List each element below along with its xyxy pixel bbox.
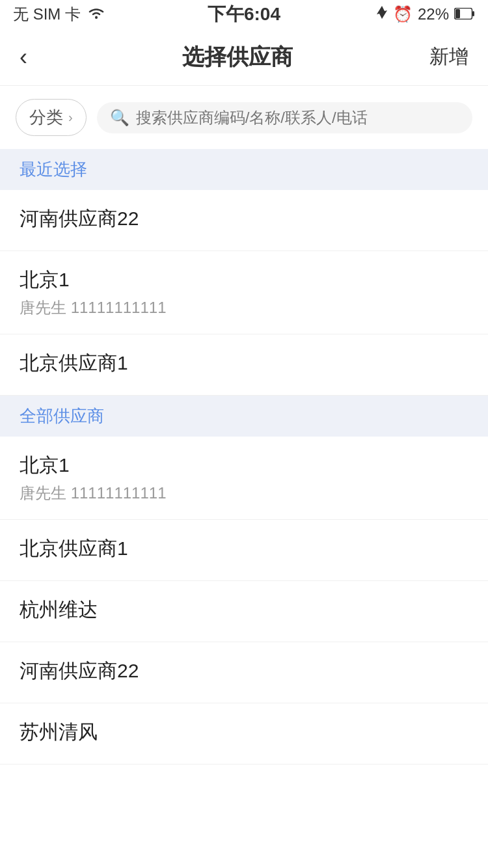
list-item[interactable]: 河南供应商22: [0, 190, 488, 251]
item-name: 北京供应商1: [20, 350, 468, 377]
back-button[interactable]: ‹: [20, 44, 59, 71]
list-item[interactable]: 北京1唐先生 11111111111: [0, 437, 488, 520]
item-name: 北京供应商1: [20, 536, 468, 562]
filter-row: 分类 › 🔍: [0, 86, 488, 149]
list-item[interactable]: 杭州维达: [0, 581, 488, 642]
list-item[interactable]: 苏州清风: [0, 703, 488, 765]
status-right: ⏰ 22%: [376, 5, 475, 23]
list-item[interactable]: 北京供应商1: [0, 520, 488, 581]
status-bar: 无 SIM 卡 下午6:04 ⏰ 22%: [0, 0, 488, 29]
item-sub: 唐先生 11111111111: [20, 483, 468, 504]
item-name: 杭州维达: [20, 597, 468, 623]
add-button[interactable]: 新增: [416, 44, 468, 70]
search-box: 🔍: [97, 102, 472, 133]
svg-rect-3: [472, 11, 474, 16]
battery-icon: [454, 5, 475, 23]
search-input[interactable]: [136, 109, 459, 127]
item-name: 北京1: [20, 452, 468, 479]
page-title: 选择供应商: [182, 42, 293, 72]
list-item[interactable]: 北京1唐先生 11111111111: [0, 251, 488, 334]
recent-section-header: 最近选择: [0, 149, 488, 190]
recent-label: 最近选择: [20, 159, 87, 179]
item-name: 苏州清风: [20, 719, 468, 746]
item-name: 河南供应商22: [20, 206, 468, 232]
battery-percent: 22%: [418, 5, 449, 23]
search-icon: 🔍: [110, 109, 129, 127]
item-name: 北京1: [20, 267, 468, 293]
svg-point-0: [95, 16, 98, 19]
all-list: 北京1唐先生 11111111111北京供应商1杭州维达河南供应商22苏州清风: [0, 437, 488, 765]
svg-rect-2: [455, 9, 460, 18]
status-left: 无 SIM 卡: [13, 4, 105, 25]
alarm-icon: ⏰: [393, 5, 413, 23]
all-section-header: 全部供应商: [0, 396, 488, 437]
recent-list: 河南供应商22北京1唐先生 11111111111北京供应商1: [0, 190, 488, 396]
sim-text: 无 SIM 卡: [13, 4, 81, 25]
item-name: 河南供应商22: [20, 658, 468, 685]
nav-bar: ‹ 选择供应商 新增: [0, 29, 488, 86]
list-item[interactable]: 河南供应商22: [0, 642, 488, 703]
status-time: 下午6:04: [208, 2, 280, 27]
all-label: 全部供应商: [20, 406, 104, 426]
category-label: 分类: [29, 106, 63, 129]
list-item[interactable]: 北京供应商1: [0, 334, 488, 396]
wifi-icon: [87, 5, 105, 23]
item-sub: 唐先生 11111111111: [20, 297, 468, 318]
location-icon: [376, 5, 388, 23]
chevron-right-icon: ›: [68, 110, 73, 125]
category-button[interactable]: 分类 ›: [16, 99, 87, 136]
